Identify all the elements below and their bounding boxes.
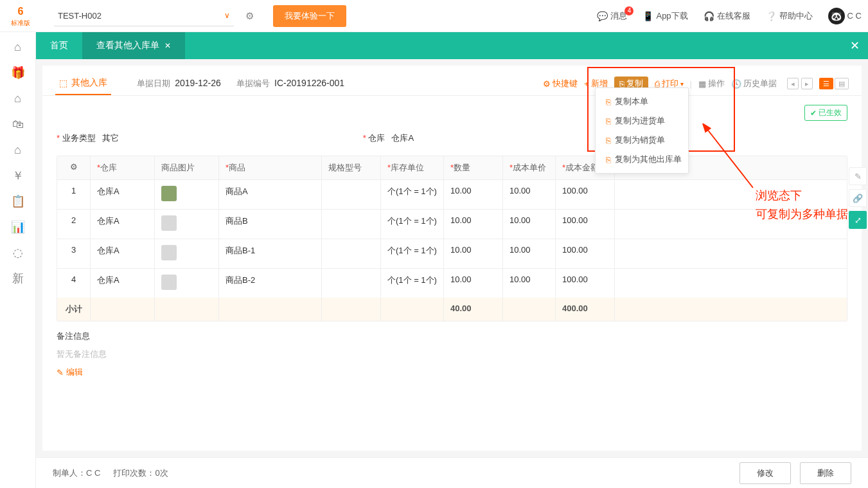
creator-info: 制单人：C C bbox=[53, 467, 100, 479]
modify-button[interactable]: 修改 bbox=[740, 462, 791, 484]
tab-home[interactable]: 首页 bbox=[36, 32, 82, 59]
prev-icon[interactable]: ◂ bbox=[787, 78, 799, 89]
biztype-value: 其它 bbox=[102, 132, 119, 144]
company-select[interactable]: TEST-H002 ∨ bbox=[54, 6, 234, 26]
th-qty: *数量 bbox=[444, 156, 503, 179]
app-label: App下载 bbox=[656, 10, 687, 22]
headset-icon: 🎧 bbox=[704, 11, 714, 21]
edit-icon: ✎ bbox=[57, 368, 64, 377]
close-all-tabs[interactable]: ✕ bbox=[841, 32, 868, 59]
user-menu[interactable]: 🐼 C C bbox=[828, 8, 862, 24]
dropdown-item-purchase[interactable]: ⎘复制为进货单 bbox=[596, 111, 688, 131]
edit-remarks-link[interactable]: ✎编辑 bbox=[57, 366, 83, 378]
subtotal-label: 小计 bbox=[57, 298, 91, 321]
biztype-label: 业务类型 bbox=[62, 133, 96, 143]
th-gear[interactable]: ⚙ bbox=[57, 156, 91, 179]
date-value: 2019-12-26 bbox=[175, 78, 221, 88]
document-card: ⬚ 其他入库 单据日期 2019-12-26 单据编号 IC-20191226-… bbox=[42, 66, 862, 451]
row-amount: 100.00 bbox=[556, 239, 615, 268]
tab-view-inbound[interactable]: 查看其他入库单 ✕ bbox=[82, 32, 185, 59]
bag-icon[interactable]: 🛍 bbox=[11, 117, 25, 131]
warehouse-icon[interactable]: ⌂ bbox=[11, 143, 25, 157]
try-button[interactable]: 我要体验一下 bbox=[273, 5, 346, 27]
row-index: 2 bbox=[57, 210, 91, 239]
th-prod: *商品 bbox=[219, 156, 322, 179]
top-right: 💬 消息 4 📱 App下载 🎧 在线客服 ❔ 帮助中心 🐼 C C bbox=[597, 8, 862, 24]
row-unit: 个(1个 = 1个) bbox=[381, 210, 444, 239]
row-prod: 商品B-2 bbox=[219, 269, 322, 298]
avatar: 🐼 bbox=[828, 8, 845, 24]
help-label: 帮助中心 bbox=[779, 10, 813, 22]
help-icon: ❔ bbox=[766, 11, 777, 21]
user-name: C C bbox=[847, 11, 862, 21]
card-tab-label: 其他入库 bbox=[71, 77, 107, 89]
grid-view-icon[interactable]: ▤ bbox=[835, 78, 849, 89]
ops-button[interactable]: ▦操作 bbox=[698, 78, 725, 89]
customer-service-link[interactable]: 🎧 在线客服 bbox=[704, 10, 750, 22]
home-icon[interactable]: ⌂ bbox=[11, 40, 25, 54]
row-img bbox=[155, 180, 219, 209]
gift-icon[interactable]: 🎁 bbox=[11, 66, 25, 80]
right-rail: ✎ 🔗 ⤢ bbox=[849, 167, 868, 229]
gear-icon[interactable]: ⚙ bbox=[245, 10, 254, 22]
messages-badge: 4 bbox=[624, 6, 633, 15]
table-row[interactable]: 2仓库A商品B个(1个 = 1个)10.0010.00100.00 bbox=[57, 210, 847, 239]
row-price: 10.00 bbox=[503, 210, 556, 239]
check-icon: ✔ bbox=[810, 109, 817, 118]
chevron-down-icon: ▾ bbox=[680, 80, 684, 87]
house-icon[interactable]: ⌂ bbox=[11, 91, 25, 105]
row-index: 3 bbox=[57, 239, 91, 268]
chart-icon: ⬚ bbox=[59, 78, 67, 88]
dropdown-item-outbound[interactable]: ⎘复制为其他出库单 bbox=[596, 150, 688, 169]
help-link[interactable]: ❔ 帮助中心 bbox=[766, 10, 813, 22]
divider: | bbox=[690, 79, 692, 89]
sync-icon[interactable]: ◌ bbox=[11, 246, 25, 260]
sidebar: ⌂ 🎁 ⌂ 🛍 ⌂ ￥ 📋 📊 ◌ 新 bbox=[0, 32, 36, 488]
row-prod: 商品B-1 bbox=[219, 239, 322, 268]
messages-link[interactable]: 💬 消息 4 bbox=[597, 10, 627, 22]
row-wh: 仓库A bbox=[91, 180, 155, 209]
wh-label: 仓库 bbox=[368, 133, 385, 143]
field-biztype: * 业务类型 其它 bbox=[57, 132, 119, 144]
row-avail bbox=[615, 210, 847, 239]
link-icon[interactable]: 🔗 bbox=[849, 189, 867, 207]
field-warehouse: * 仓库 仓库A bbox=[363, 132, 414, 144]
card-tab-active[interactable]: ⬚ 其他入库 bbox=[55, 72, 111, 95]
row-unit: 个(1个 = 1个) bbox=[381, 239, 444, 268]
doc-icon: ⎘ bbox=[606, 136, 611, 145]
app-download-link[interactable]: 📱 App下载 bbox=[642, 10, 687, 22]
table-row[interactable]: 4仓库A商品B-2个(1个 = 1个)10.0010.00100.00 bbox=[57, 269, 847, 298]
gear-icon: ⚙ bbox=[543, 79, 551, 89]
list-view-icon[interactable]: ☰ bbox=[819, 78, 833, 89]
history-button[interactable]: 🕓历史单据 bbox=[731, 78, 777, 89]
delete-button[interactable]: 删除 bbox=[800, 462, 851, 484]
expand-icon[interactable]: ⤢ bbox=[849, 211, 867, 229]
row-index: 4 bbox=[57, 269, 91, 298]
row-avail bbox=[615, 269, 847, 298]
subtotal-amount: 400.00 bbox=[556, 298, 615, 321]
dropdown-item-copy[interactable]: ⎘复制本单 bbox=[596, 92, 688, 111]
clipboard-icon[interactable]: 📋 bbox=[11, 194, 25, 208]
grid-icon: ▦ bbox=[698, 79, 706, 89]
top-bar: 6 标准版 TEST-H002 ∨ ⚙ 我要体验一下 💬 消息 4 📱 App下… bbox=[0, 0, 868, 32]
row-avail bbox=[615, 180, 847, 209]
report-icon[interactable]: 📊 bbox=[11, 220, 25, 234]
close-icon[interactable]: ✕ bbox=[164, 41, 171, 50]
row-price: 10.00 bbox=[503, 180, 556, 209]
next-icon[interactable]: ▸ bbox=[801, 78, 813, 89]
new-icon[interactable]: 新 bbox=[11, 271, 25, 285]
dropdown-item-sales[interactable]: ⎘复制为销货单 bbox=[596, 131, 688, 150]
logo[interactable]: 6 标准版 bbox=[6, 5, 35, 28]
row-wh: 仓库A bbox=[91, 239, 155, 268]
status-row: ✔已生效 bbox=[42, 96, 862, 130]
nav-icons: ◂ ▸ bbox=[787, 78, 813, 89]
doc-meta: 单据日期 2019-12-26 单据编号 IC-20191226-001 bbox=[137, 78, 344, 89]
money-icon[interactable]: ￥ bbox=[11, 168, 25, 183]
date-label: 单据日期 bbox=[137, 78, 170, 88]
shortcut-link[interactable]: ⚙快捷键 bbox=[543, 78, 578, 89]
note-icon[interactable]: ✎ bbox=[849, 167, 867, 185]
table-row[interactable]: 3仓库A商品B-1个(1个 = 1个)10.0010.00100.00 bbox=[57, 239, 847, 269]
table-row[interactable]: 1仓库A商品A个(1个 = 1个)10.0010.00100.00 bbox=[57, 180, 847, 210]
th-unit: *库存单位 bbox=[381, 156, 444, 179]
row-qty: 10.00 bbox=[444, 210, 503, 239]
